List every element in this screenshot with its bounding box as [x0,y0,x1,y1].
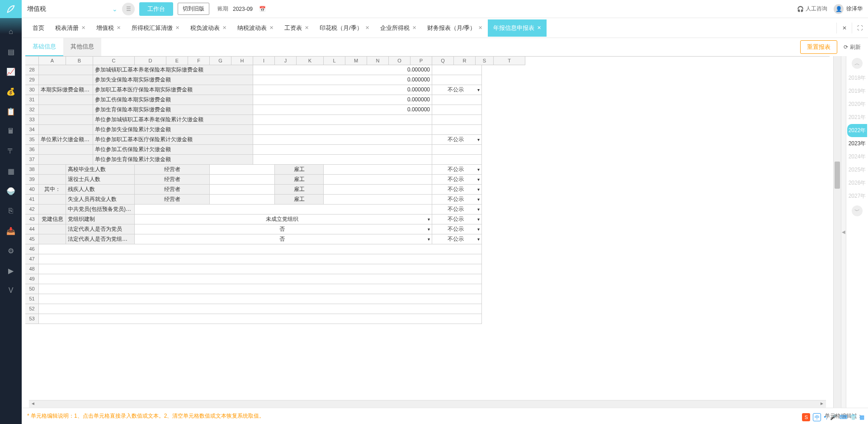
row-header[interactable]: 35 [25,135,39,145]
col-header-E[interactable]: E [166,57,188,65]
list-button[interactable]: ☰ [122,3,135,15]
year-2026年[interactable]: 2026年 [847,176,867,190]
cell[interactable] [432,115,482,125]
tab-纳税波动表[interactable]: 纳税波动表✕ [232,19,279,37]
disclose-dropdown[interactable]: 不公示 [432,224,482,234]
cell[interactable] [432,145,482,155]
clipboard-icon[interactable]: 📋 [5,106,16,117]
value-cell[interactable]: 0.000000 [253,85,432,95]
ime-grid-icon[interactable]: ▦ [859,414,864,420]
empty-cell[interactable] [39,294,482,304]
empty-cell[interactable] [39,314,482,324]
row-header[interactable]: 44 [25,224,39,234]
value-cell[interactable] [253,125,432,135]
group4-value[interactable] [135,205,432,214]
grid-icon[interactable]: ▦ [5,166,16,176]
disclose-dropdown[interactable]: 不公示 [432,175,482,185]
value-cell[interactable] [253,155,432,165]
tab-close-icon[interactable]: ✕ [117,25,121,31]
row-header[interactable]: 30 [25,85,39,95]
export-icon[interactable]: ⎘ [5,205,16,216]
tab-close-icon[interactable]: ✕ [305,25,309,31]
row-header[interactable]: 41 [25,195,39,205]
disclose-dropdown[interactable]: 不公示 [432,85,482,95]
bowl-icon[interactable]: 🍚 [5,186,16,196]
value-cell[interactable]: 0.000000 [253,75,432,85]
value-cell[interactable] [210,175,275,185]
row-header[interactable]: 50 [25,284,39,294]
tab-首页[interactable]: 首页 [27,19,50,37]
row-header[interactable]: 40 [25,185,39,195]
calendar-icon[interactable]: 📅 [259,6,266,12]
cell[interactable] [432,125,482,135]
ime-skin-icon[interactable]: 👕 [850,414,857,420]
value-cell[interactable] [324,165,432,175]
tab-税负波动表[interactable]: 税负波动表✕ [185,19,232,37]
value-cell[interactable] [210,165,275,175]
refresh-button[interactable]: ⟳ 刷新 [844,43,861,51]
empty-cell[interactable] [39,254,482,264]
value-cell[interactable] [253,115,432,125]
row-header[interactable]: 45 [25,234,39,244]
empty-cell[interactable] [39,264,482,274]
cell[interactable] [432,65,482,75]
support-link[interactable]: 🎧 人工咨询 [797,5,827,13]
cell[interactable] [432,155,482,165]
tab-税表清册[interactable]: 税表清册✕ [50,19,91,37]
col-header-C[interactable]: C [93,57,135,65]
tab-close-icon[interactable]: ✕ [412,25,416,31]
row-header[interactable]: 39 [25,175,39,185]
value-cell[interactable]: 0.000000 [253,65,432,75]
switch-old-button[interactable]: 切到旧版 [178,3,209,15]
year-2027年[interactable]: 2027年 [847,190,867,203]
col-header-G[interactable]: G [210,57,231,65]
tab-所得税汇算清缴[interactable]: 所得税汇算清缴✕ [126,19,185,37]
col-header-S[interactable]: S [476,57,494,65]
vertical-scrollbar[interactable] [833,56,841,408]
tab-年报信息申报表[interactable]: 年报信息申报表✕ [488,19,547,37]
value-cell[interactable]: 0.000000 [253,95,432,105]
calc-icon[interactable]: 🖩 [5,126,16,137]
ime-s-icon[interactable]: S [802,413,810,421]
module-dropdown[interactable]: 增值税 ⌄ [27,5,118,13]
tab-close-icon[interactable]: ✕ [175,25,179,31]
home-icon[interactable]: ⌂ [5,26,16,37]
col-header-O[interactable]: O [389,57,410,65]
empty-cell[interactable] [39,284,482,294]
empty-cell[interactable] [39,244,482,254]
ime-kbd-icon[interactable]: ⌨ [840,414,847,420]
value-cell[interactable] [210,185,275,195]
value-cell[interactable] [324,175,432,185]
col-header-I[interactable]: I [253,57,275,65]
stamp-icon[interactable]: 〒 [5,146,16,157]
row-header[interactable]: 36 [25,145,39,155]
collapse-handle[interactable]: ◀ [841,56,846,408]
year-2022年[interactable]: 2022年 [847,124,867,137]
expand-icon[interactable]: ⛶ [852,23,863,33]
col-header-D[interactable]: D [135,57,166,65]
row-header[interactable]: 38 [25,165,39,175]
year-down-icon[interactable]: ﹀ [852,205,863,216]
ime-zh-icon[interactable]: 中 [813,413,821,421]
horizontal-scrollbar[interactable] [29,400,826,408]
tab-印花税（月/季）[interactable]: 印花税（月/季）✕ [314,19,375,37]
ime-mic-icon[interactable]: 🎤 [830,414,837,420]
value-cell[interactable] [324,195,432,205]
row-header[interactable]: 49 [25,274,39,284]
empty-cell[interactable] [39,274,482,284]
subtab-basic[interactable]: 基础信息 [25,38,63,56]
row-header[interactable]: 37 [25,155,39,165]
group4-value[interactable]: 否 [135,234,432,244]
disclose-dropdown[interactable]: 不公示 [432,165,482,175]
row-header[interactable]: 29 [25,75,39,85]
col-header-A[interactable]: A [39,57,66,65]
year-2025年[interactable]: 2025年 [847,163,867,176]
header-corner[interactable] [25,57,39,65]
col-header-N[interactable]: N [367,57,389,65]
col-header-K[interactable]: K [297,57,324,65]
play-icon[interactable]: ▶ [5,265,16,276]
col-header-Q[interactable]: Q [432,57,454,65]
row-header[interactable]: 46 [25,244,39,254]
tab-close-icon[interactable]: ✕ [269,25,274,31]
tab-企业所得税[interactable]: 企业所得税✕ [375,19,422,37]
